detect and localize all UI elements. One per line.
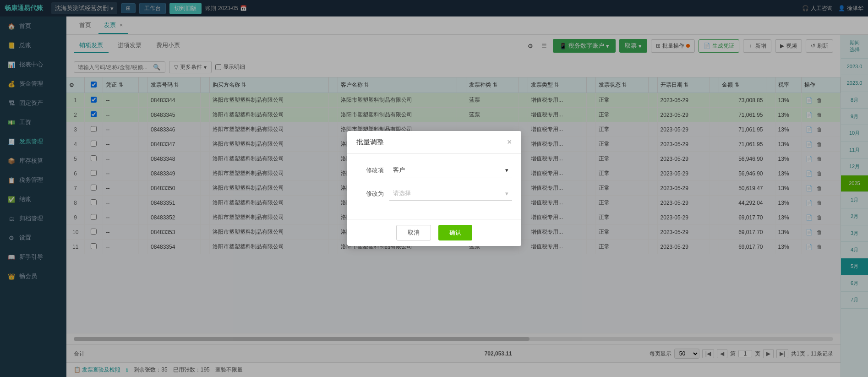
modal-overlay: 批量调整 × 修改项 客户 ▾ 修改为 请选择 ▾ 取消 确认 [0, 0, 868, 377]
batch-adjust-modal: 批量调整 × 修改项 客户 ▾ 修改为 请选择 ▾ 取消 确认 [347, 131, 521, 246]
change-to-row: 修改为 请选择 ▾ [356, 186, 512, 201]
field-label: 修改项 [356, 166, 384, 175]
field-row: 修改项 客户 ▾ [356, 163, 512, 177]
modal-close-btn[interactable]: × [507, 137, 512, 147]
field-dropdown-icon: ▾ [505, 167, 508, 174]
field-select[interactable]: 客户 ▾ [389, 163, 512, 177]
field-value: 客户 [393, 166, 405, 174]
change-label: 修改为 [356, 190, 384, 198]
cancel-btn[interactable]: 取消 [396, 225, 431, 240]
change-placeholder: 请选择 [393, 189, 411, 197]
modal-footer: 取消 确认 [347, 219, 521, 246]
change-to-select[interactable]: 请选择 ▾ [389, 186, 512, 201]
confirm-btn[interactable]: 确认 [438, 225, 472, 240]
modal-header: 批量调整 × [347, 131, 521, 154]
modal-body: 修改项 客户 ▾ 修改为 请选择 ▾ [347, 154, 521, 219]
change-dropdown-icon: ▾ [505, 190, 508, 197]
modal-title: 批量调整 [356, 138, 384, 147]
